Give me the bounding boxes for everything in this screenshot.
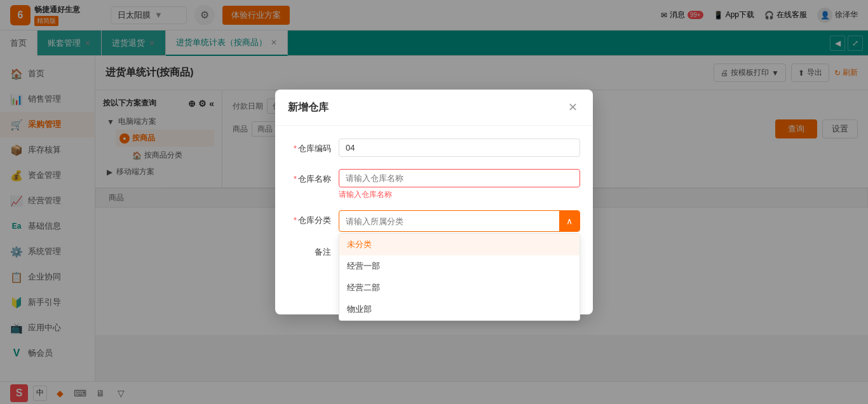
name-error-msg: 请输入仓库名称 (339, 189, 580, 200)
category-dropdown: 未分类 经营一部 经营二部 物业部 (339, 233, 580, 321)
modal-header: 新增仓库 ✕ (275, 90, 593, 126)
name-label: 仓库名称 (288, 169, 339, 189)
code-control (339, 138, 580, 157)
modal-title: 新增仓库 (288, 101, 329, 114)
modal-body: 仓库编码 仓库名称 请输入仓库名称 仓库分类 (275, 126, 593, 279)
name-row: 仓库名称 请输入仓库名称 (288, 169, 580, 200)
category-control: ∧ 未分类 经营一部 经营二部 物业部 (339, 210, 580, 232)
dropdown-item-1[interactable]: 经营一部 (339, 255, 580, 277)
add-warehouse-modal: 新增仓库 ✕ 仓库编码 仓库名称 请输入仓库名称 仓库分类 (275, 90, 593, 314)
name-input[interactable] (339, 169, 580, 187)
dropdown-item-2[interactable]: 经营二部 (339, 277, 580, 299)
name-control: 请输入仓库名称 (339, 169, 580, 200)
code-input[interactable] (339, 138, 580, 157)
category-selector: ∧ 未分类 经营一部 经营二部 物业部 (339, 210, 580, 232)
code-label: 仓库编码 (288, 138, 339, 159)
modal-overlay[interactable]: 新增仓库 ✕ 仓库编码 仓库名称 请输入仓库名称 仓库分类 (0, 0, 868, 404)
code-row: 仓库编码 (288, 138, 580, 159)
category-toggle-btn[interactable]: ∧ (559, 211, 580, 231)
category-label: 仓库分类 (288, 210, 339, 231)
dropdown-item-3[interactable]: 物业部 (339, 299, 580, 320)
category-input-wrapper: ∧ (339, 210, 580, 232)
dropdown-item-0[interactable]: 未分类 (339, 234, 580, 255)
note-label: 备注 (288, 242, 339, 262)
category-input[interactable] (339, 213, 559, 230)
category-row: 仓库分类 ∧ 未分类 经营一部 经营二部 物业部 (288, 210, 580, 232)
modal-close-btn[interactable]: ✕ (565, 100, 580, 115)
